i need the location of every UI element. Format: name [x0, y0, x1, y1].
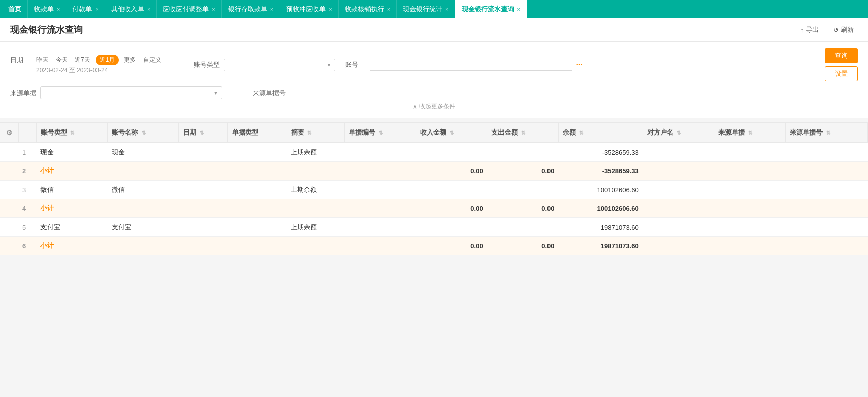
table-cell: 100102606.60	[559, 199, 643, 218]
filter-row-1: 日期 昨天 今天 近7天 近1月 更多 自定义 2023-02-24 至 202…	[10, 48, 858, 81]
table-cell[interactable]	[0, 181, 18, 199]
export-button[interactable]: ↑ 导出	[797, 23, 824, 36]
col-date[interactable]: 日期 ⇅	[179, 123, 228, 143]
table-cell: 上期余额	[287, 218, 345, 237]
account-label: 账号	[345, 60, 366, 69]
sort-icon: ⇅	[579, 130, 583, 136]
close-icon[interactable]: ×	[95, 6, 98, 12]
table-cell: 小计	[36, 237, 108, 255]
chevron-down-icon2: ▼	[213, 90, 218, 96]
table-cell	[345, 199, 416, 218]
table-cell	[228, 162, 287, 181]
table-cell: 0.00	[416, 199, 487, 218]
col-settings[interactable]: ⚙	[0, 123, 18, 143]
table-cell: 支付宝	[108, 218, 179, 237]
col-summary[interactable]: 摘要 ⇅	[287, 123, 345, 143]
close-icon[interactable]: ×	[212, 6, 215, 12]
table-cell	[108, 199, 179, 218]
close-icon[interactable]: ×	[387, 6, 390, 12]
close-icon[interactable]: ×	[57, 6, 60, 12]
table-cell: 0.00	[487, 199, 559, 218]
date-btn-more[interactable]: 更多	[122, 55, 138, 65]
nav-tab-receipt[interactable]: 收款单 ×	[28, 0, 66, 18]
date-btn-today[interactable]: 今天	[54, 55, 70, 65]
table-cell	[179, 181, 228, 199]
table-cell[interactable]	[0, 162, 18, 181]
col-expense[interactable]: 支出金额 ⇅	[487, 123, 559, 143]
nav-tab-bank[interactable]: 银行存取款单 ×	[222, 0, 280, 18]
table-cell: 现金	[108, 143, 179, 162]
settings-button[interactable]: 设置	[825, 66, 858, 81]
table-cell[interactable]	[0, 143, 18, 162]
col-source-doc-no[interactable]: 来源单据号 ⇅	[786, 123, 868, 143]
top-nav: 首页 收款单 × 付款单 × 其他收入单 × 应收应付调整单 × 银行存取款单 …	[0, 0, 868, 18]
page-title: 现金银行流水查询	[10, 24, 83, 36]
table-cell: 2	[18, 162, 36, 181]
date-btn-yesterday[interactable]: 昨天	[34, 55, 51, 65]
source-doc-no-input[interactable]	[290, 87, 858, 99]
table-cell	[643, 199, 714, 218]
table-cell: 微信	[108, 181, 179, 199]
table-cell	[487, 143, 559, 162]
table-cell[interactable]	[0, 218, 18, 237]
col-counterparty[interactable]: 对方户名 ⇅	[643, 123, 714, 143]
nav-tab-cash-flow[interactable]: 现金银行流水查询 ×	[455, 0, 527, 18]
close-icon[interactable]: ×	[329, 6, 332, 12]
collapse-bar[interactable]: ∧ 收起更多条件	[10, 99, 858, 112]
col-source-doc[interactable]: 来源单据 ⇅	[714, 123, 786, 143]
source-doc-select[interactable]	[40, 86, 222, 99]
close-icon[interactable]: ×	[147, 6, 150, 12]
table-cell	[487, 181, 559, 199]
refresh-icon: ↺	[833, 26, 839, 34]
table-cell	[179, 218, 228, 237]
table-cell[interactable]	[0, 199, 18, 218]
close-icon[interactable]: ×	[270, 6, 273, 12]
nav-tab-home[interactable]: 首页	[2, 0, 28, 18]
col-account-name[interactable]: 账号名称 ⇅	[108, 123, 179, 143]
table-cell	[179, 162, 228, 181]
query-button[interactable]: 查询	[825, 48, 858, 63]
close-icon[interactable]: ×	[445, 6, 448, 12]
filter-row-2: 来源单据 ▼ 来源单据号	[10, 86, 858, 99]
table-cell: 0.00	[416, 237, 487, 255]
data-table: ⚙ 账号类型 ⇅ 账号名称 ⇅ 日期 ⇅ 单据类型 摘要 ⇅ 单据编号 ⇅ 收入…	[0, 122, 868, 255]
date-btn-7days[interactable]: 近7天	[73, 55, 93, 65]
col-doc-no[interactable]: 单据编号 ⇅	[345, 123, 416, 143]
nav-tab-verify[interactable]: 收款核销执行 ×	[339, 0, 397, 18]
source-doc-label: 来源单据	[10, 89, 36, 98]
nav-tab-other-income[interactable]: 其他收入单 ×	[105, 0, 157, 18]
nav-tab-prepay[interactable]: 预收冲应收单 ×	[280, 0, 338, 18]
table-cell	[345, 181, 416, 199]
close-icon[interactable]: ×	[517, 6, 520, 12]
table-cell	[714, 162, 786, 181]
nav-tab-cash-stats[interactable]: 现金银行统计 ×	[397, 0, 455, 18]
table-cell	[786, 199, 868, 218]
refresh-button[interactable]: ↺ 刷新	[829, 23, 858, 36]
table-cell	[714, 181, 786, 199]
table-cell	[228, 181, 287, 199]
account-input[interactable]	[370, 59, 572, 71]
col-account-type[interactable]: 账号类型 ⇅	[36, 123, 108, 143]
table-cell: 小计	[36, 199, 108, 218]
filter-area: 日期 昨天 今天 近7天 近1月 更多 自定义 2023-02-24 至 202…	[0, 42, 868, 118]
date-btn-1month[interactable]: 近1月	[96, 55, 119, 65]
table-cell	[786, 237, 868, 255]
chevron-down-icon: ▼	[326, 62, 331, 68]
table-cell: 上期余额	[287, 143, 345, 162]
table-cell: 100102606.60	[559, 181, 643, 199]
sort-icon: ⇅	[677, 130, 681, 136]
col-income[interactable]: 收入金额 ⇅	[416, 123, 487, 143]
account-type-select[interactable]	[224, 59, 335, 71]
nav-tab-ar-ap[interactable]: 应收应付调整单 ×	[157, 0, 221, 18]
table-row: 6小计0.000.0019871073.60	[0, 237, 868, 255]
table-row: 1现金现金上期余额-3528659.33	[0, 143, 868, 162]
table-cell	[714, 218, 786, 237]
table-cell[interactable]	[0, 237, 18, 255]
date-btn-custom[interactable]: 自定义	[141, 55, 163, 65]
table-cell	[287, 237, 345, 255]
table-cell	[714, 237, 786, 255]
account-dots-button[interactable]: ···	[576, 60, 582, 69]
col-balance[interactable]: 余额 ⇅	[559, 123, 643, 143]
nav-tab-payment[interactable]: 付款单 ×	[66, 0, 105, 18]
table-cell: 6	[18, 237, 36, 255]
